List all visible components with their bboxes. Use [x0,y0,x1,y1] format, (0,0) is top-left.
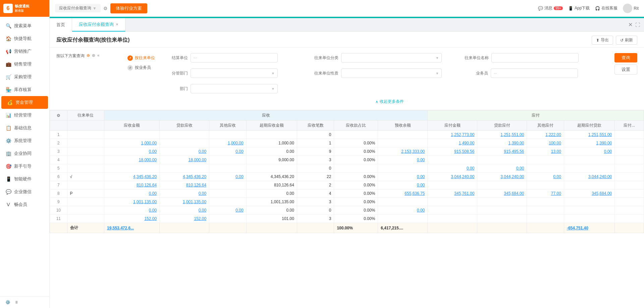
footer-yingshou-total[interactable]: 19,553,472,6... [104,223,160,233]
cell-yingfu-amount[interactable]: 1,490.00 [428,139,477,147]
cell-daikuan-yingfu[interactable]: 3,044,240.00 [477,173,527,181]
cell-daikuan-yingfu[interactable]: 1,390.00 [477,139,527,147]
cell-yingshou-amount[interactable]: 1,000.00 [104,139,160,147]
sidebar-item-sales[interactable]: 💼 销售管理 [0,58,49,71]
sidebar-item-search[interactable]: 🔍 搜索菜单 [0,19,49,32]
cell-other-yingshou[interactable]: 0.00 [209,206,246,215]
cell-daikuan-yingfu[interactable]: 915,495.56 [477,147,527,156]
cell-yingshou-amount[interactable]: 18,000.00 [104,156,160,164]
cell-daikuan-yingfu[interactable]: 0.00 [477,164,527,173]
cell-yingshou-amount[interactable]: 1,001,135.00 [104,198,160,206]
sidebar-item-purchase[interactable]: 🛒 采购管理 [0,71,49,83]
filter-label: 按以下方案查询 [56,53,85,59]
sidebar-item-finance[interactable]: 💰 资金管理 [1,96,48,109]
cell-daikuan-yingshou[interactable]: 0.00 [160,189,209,198]
tab-close-icon[interactable]: ✕ [116,23,118,26]
cell-yingshou-amount[interactable]: 0.00 [104,147,160,156]
wanglai-category-input[interactable]: ▼ [341,53,442,62]
cell-yingshou-amount[interactable]: 0.00 [104,206,160,215]
cell-other-yingshou[interactable]: 1,000.00 [209,139,246,147]
cell-daikuan-yingshou[interactable]: 810,126.64 [160,181,209,189]
cell-overdue-yingfu[interactable]: 345,684.00 [564,189,614,198]
cell-overdue-yingfu[interactable]: 1,390.00 [564,139,614,147]
app-download-btn[interactable]: 📱 App下载 [568,5,590,11]
cell-yingfu-amount[interactable]: 345,761.00 [428,189,477,198]
cell-daikuan-yingshou[interactable]: 18,000.00 [160,156,209,164]
cell-daikuan-yingshou[interactable]: 152.00 [160,215,209,223]
sidebar-item-system[interactable]: ⚙️ 系统管理 [0,134,49,147]
cell-yingshou-amount[interactable]: 152.00 [104,215,160,223]
sidebar-item-quicknav[interactable]: 🏠 快捷导航 [0,32,49,45]
cell-yingfu-amount[interactable]: 0.00 [428,164,477,173]
cell-overdue-yingfu[interactable]: 1,251,551.00 [564,131,614,139]
cell-yingfu-amount[interactable]: 915,508.56 [428,147,477,156]
online-service-btn[interactable]: 🎧 在线客服 [595,5,618,11]
cell-daikuan-yingfu[interactable]: 345,684.00 [477,189,527,198]
cell-yingshou-amount[interactable]: 4,345,436.20 [104,173,160,181]
cell-prepaid-balance[interactable]: 2,153,333.00 [378,147,428,156]
sidebar-item-hardware[interactable]: 📱 智能硬件 [0,173,49,185]
settings-gear-icon[interactable]: ⚙ [57,113,60,118]
cell-yingshou-amount[interactable]: 0.00 [104,189,160,198]
jiesuan-input[interactable]: ··· [191,53,278,62]
settings-icon[interactable]: ⚙ [103,6,108,11]
cell-prepaid-balance[interactable]: 0.00 [378,173,428,181]
cell-overdue-yingfu[interactable]: 0.00 [564,147,614,156]
setting-button[interactable]: 设置 [614,64,637,75]
sidebar-item-guide[interactable]: 🎯 新手引导 [0,160,49,173]
scheme-by-unit[interactable]: ↺ 按往来单位 [123,53,159,63]
sidebar-item-basic[interactable]: 📋 基础信息 [0,122,49,134]
collapse-scheme-icon[interactable]: « [97,53,100,58]
industry-plan-button[interactable]: 体验行业方案 [110,3,147,13]
fenguan-input[interactable]: ▼ [191,69,278,78]
cell-daikuan-yingshou[interactable]: 0.00 [160,147,209,156]
query-button[interactable]: 查询 [614,53,637,62]
wanglai-name-input[interactable] [491,53,579,62]
cell-prepaid-balance[interactable]: 655,636.75 [378,189,428,198]
footer-overdue-yingfu[interactable]: -654,751.40 [564,223,614,233]
tab-receivable[interactable]: 应收应付余额查询 ✕ [72,18,125,32]
cell-daikuan-yingfu[interactable]: 1,251,551.00 [477,131,527,139]
cell-yingshou-percent: 0.00% [334,181,378,189]
collapse-icon[interactable]: ⏸ [14,300,18,305]
cell-other-yingfu[interactable]: 13.00 [527,147,564,156]
export-button[interactable]: ⬆ 导出 [592,36,613,45]
cell-yingfu-amount[interactable]: 3,044,240.00 [428,173,477,181]
refresh-button[interactable]: ↺ 刷新 [616,36,637,45]
scheme-by-salesperson[interactable]: ↺ 按业务员 [123,63,159,73]
tab-home[interactable]: 首页 [50,18,72,32]
sidebar-item-warehouse[interactable]: 🏪 库存核算 [0,83,49,96]
cell-other-yingshou[interactable]: 0.00 [209,173,246,181]
cell-yingfu-amount[interactable]: 1,252,773.00 [428,131,477,139]
sidebar-item-marketing[interactable]: 📢 营销推广 [0,45,49,58]
cell-prepaid-balance[interactable]: 0.00 [378,181,428,189]
messages-btn[interactable]: 💬 消息 99+ [538,5,563,11]
cell-prepaid-balance[interactable]: 0.00 [378,156,428,164]
salesperson-input[interactable]: ··· [491,69,578,78]
sidebar-item-enterprise[interactable]: 🏢 企业协同 [0,147,49,160]
collapse-btn[interactable]: ∧ 收起更多条件 [373,97,407,106]
cell-other-yingfu[interactable]: 0.00 [527,173,564,181]
cell-other-yingfu[interactable]: 100.00 [527,139,564,147]
cell-daikuan-yingshou[interactable]: 1,001,135.00 [160,198,209,206]
user-menu[interactable]: Rit [623,4,639,13]
wanglai-nature-input[interactable]: ▼ [341,69,442,78]
breadcrumb[interactable]: 应收应付余额查询 ▼ [55,4,101,12]
cell-other-yingfu[interactable]: 77.00 [527,189,564,198]
sidebar-item-operation[interactable]: 📊 经营管理 [0,109,49,122]
cell-other-yingshou[interactable]: 0.00 [209,147,246,156]
sidebar-item-vip[interactable]: Ⅴ 畅会员 [0,198,49,211]
cell-other-yingfu[interactable]: 1,222.00 [527,131,564,139]
cell-daikuan-yingshou[interactable]: 0.00 [160,206,209,215]
cell-yingshou-amount[interactable]: 810,126.64 [104,181,160,189]
cell-prepaid-balance[interactable]: 0.00 [378,206,428,215]
add-scheme-icon[interactable]: ⊕ [87,53,90,58]
sidebar-item-wechat[interactable]: 💬 企业微信 [0,185,49,198]
scheme-settings-icon[interactable]: ⊛ [92,53,95,58]
cell-overdue-yingfu[interactable]: 3,044,240.00 [564,173,614,181]
window-expand-icon[interactable]: ⛶ [635,22,640,28]
dept-input[interactable]: ▼ [191,84,278,93]
gear-icon[interactable]: ⚙️ [5,300,10,305]
cell-daikuan-yingshou[interactable]: 4,345,436.20 [160,173,209,181]
window-close-icon[interactable]: ✕ [628,21,633,28]
